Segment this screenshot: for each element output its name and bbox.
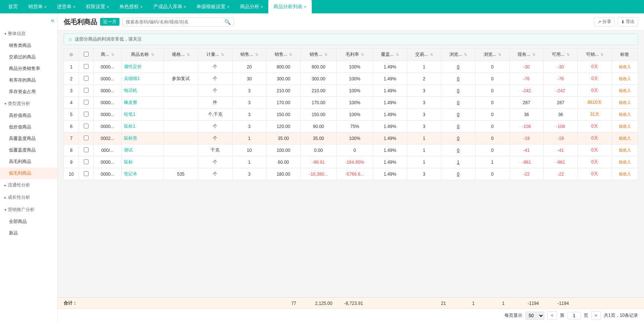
row-browse1[interactable]: 0 [441,121,475,133]
row-select-checkbox[interactable] [84,159,89,164]
nav-close-icon[interactable]: × [304,4,306,9]
row-browse1[interactable]: 0 [441,73,475,85]
col-trade[interactable]: 交易... ⇅ [407,48,441,61]
row-name[interactable]: 电话机 [122,85,164,97]
row-checkbox[interactable] [79,168,94,180]
col-settings[interactable]: ⚙ [64,48,79,61]
search-icon[interactable]: 🔍 [224,19,231,25]
row-browse1[interactable]: 0 [441,168,475,180]
nav-item-角色授权[interactable]: 角色授权× [114,0,148,13]
row-checkbox[interactable] [79,97,94,109]
nav-item-商品分析列表[interactable]: 商品分析列表× [268,0,311,13]
sidebar-group-营销推广分析[interactable]: ▾营销推广分析 [0,204,57,216]
browse1-link[interactable]: 0 [457,124,459,129]
sidebar-item-新品[interactable]: 新品 [0,227,57,239]
sidebar-group-整体信息[interactable]: ▾整体信息 [0,28,57,40]
row-select-checkbox[interactable] [84,76,89,81]
row-name[interactable]: 测试 [122,144,164,156]
next-page-button[interactable]: ＞ [591,311,601,320]
browse1-link[interactable]: 0 [457,172,459,177]
page-size-select[interactable]: 50 20 100 [525,312,544,320]
nav-item-单据模板设置[interactable]: 单据模板设置× [191,0,234,13]
row-browse1[interactable]: 0 [441,97,475,109]
row-checkbox[interactable] [79,144,94,156]
row-name[interactable]: 铅笔1 [122,109,164,121]
row-select-checkbox[interactable] [84,136,89,140]
sidebar-item-高覆盖度商品[interactable]: 高覆盖度商品 [0,133,57,144]
sidebar-group-流通性分析[interactable]: ▸流通性分析 [0,179,57,191]
sidebar-group-成长性分析[interactable]: ▸成长性分析 [0,191,57,204]
row-checkbox[interactable] [79,133,94,144]
col-sale2[interactable]: 销售... ⇅ [266,48,301,61]
col-sale3[interactable]: 销售... ⇅ [301,48,337,61]
browse1-link[interactable]: 0 [457,64,459,70]
col-checkbox[interactable] [79,48,94,61]
row-name[interactable]: 橡皮擦 [122,97,164,109]
row-browse1[interactable]: 0 [441,144,475,156]
row-browse1[interactable]: 0 [441,133,475,144]
col-tag[interactable]: 标签 [612,48,638,61]
sidebar-item-低价值商品[interactable]: 低价值商品 [0,121,57,133]
row-name[interactable]: 鼠标1 [122,121,164,133]
nav-close-icon[interactable]: × [184,4,186,9]
row-select-checkbox[interactable] [84,64,89,69]
sidebar-item-高价值商品[interactable]: 高价值商品 [0,110,57,121]
col-coverage[interactable]: 覆盖... ⇅ [373,48,407,61]
row-name[interactable]: 笔记本 [122,168,164,180]
col-unit[interactable]: 计量... ⇅ [198,48,232,61]
sidebar-item-有库存的商品[interactable]: 有库存的商品 [0,74,57,86]
row-name[interactable]: 鼠标 [122,156,164,168]
export-button[interactable]: ⬇ 导出 [618,17,638,26]
col-saleable[interactable]: 可销... ⇅ [578,48,612,61]
nav-item-商品分析[interactable]: 商品分析× [235,0,268,13]
col-usable[interactable]: 可用... ⇅ [544,48,578,61]
nav-close-icon[interactable]: × [73,4,75,9]
sidebar-item-低毛利商品[interactable]: 低毛利商品 [0,168,57,179]
select-all-checkbox[interactable] [84,52,89,57]
sidebar-group-类型度分析[interactable]: ▾类型度分析 [0,98,57,110]
col-spec[interactable]: 规格... ⇅ [164,48,198,61]
col-margin[interactable]: 毛利率 ⇅ [336,48,373,61]
nav-item-权限设置[interactable]: 权限设置× [81,0,114,13]
prev-page-button[interactable]: ＜ [547,311,557,320]
row-name[interactable]: 吴细细1 [122,73,164,85]
row-checkbox[interactable] [79,61,94,73]
nav-item-首页[interactable]: 首页 [3,0,23,13]
col-name[interactable]: 商品名称 ⇅ [122,48,164,61]
row-browse1[interactable]: 0 [441,85,475,97]
browse1-link[interactable]: 1 [457,160,459,165]
nav-item-进货单[interactable]: 进货单× [52,0,80,13]
row-browse1[interactable]: 0 [441,109,475,121]
row-checkbox[interactable] [79,121,94,133]
col-current[interactable]: 现有... ⇅ [509,48,544,61]
browse1-link[interactable]: 0 [457,88,459,93]
sidebar-item-库存资金占用[interactable]: 库存资金占用 [0,86,57,98]
row-select-checkbox[interactable] [84,171,89,176]
row-select-checkbox[interactable] [84,100,89,105]
row-browse1[interactable]: 0 [441,61,475,73]
row-checkbox[interactable] [79,73,94,85]
browse1-link[interactable]: 0 [457,136,459,141]
nav-close-icon[interactable]: × [140,4,142,9]
sidebar-item-低覆盖度商品[interactable]: 低覆盖度商品 [0,144,57,156]
nav-close-icon[interactable]: × [44,4,47,9]
sidebar-item-全部商品[interactable]: 全部商品 [0,216,57,227]
nav-close-icon[interactable]: × [227,4,229,9]
browse1-link[interactable]: 0 [457,100,459,105]
sidebar-collapse-btn[interactable]: « [51,17,54,24]
row-checkbox[interactable] [79,85,94,97]
col-browse2[interactable]: 浏览... ⇅ [475,48,510,61]
col-sale1[interactable]: 销售... ⇅ [232,48,266,61]
nav-item-销货单[interactable]: 销货单× [23,0,52,13]
page-number-input[interactable] [567,312,581,319]
row-select-checkbox[interactable] [84,112,89,117]
nav-item-产成品入库单[interactable]: 产成品入库单× [148,0,191,13]
filter-tag[interactable]: 近一月 [100,18,119,26]
row-browse1[interactable]: 1 [441,156,475,168]
row-checkbox[interactable] [79,109,94,121]
row-name[interactable]: 属性定价 [122,61,164,73]
row-name[interactable]: 鼠标垫 [122,133,164,144]
col-browse1[interactable]: 浏览... ⇅ [441,48,475,61]
browse1-link[interactable]: 0 [457,112,459,117]
row-select-checkbox[interactable] [84,124,89,128]
